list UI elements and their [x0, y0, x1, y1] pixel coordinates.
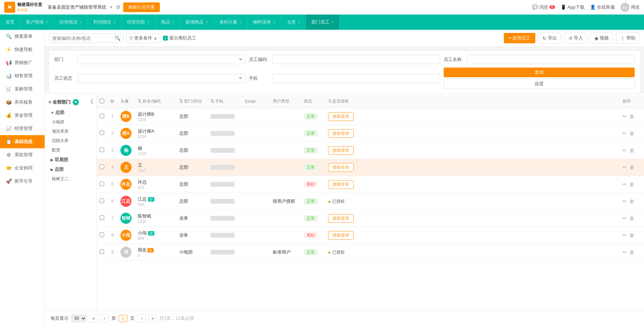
sidebar-item-collab[interactable]: 🤝 企业协同: [0, 161, 45, 175]
sidebar-item-inventory[interactable]: 📦 库存核算: [0, 96, 45, 109]
sidebar-item-basic-info[interactable]: 📋 基础信息: [0, 135, 45, 148]
edit-icon[interactable]: ✏: [623, 232, 627, 238]
auth-login-button[interactable]: 授权登录: [328, 231, 354, 240]
emp-code-input[interactable]: [272, 55, 440, 64]
row-checkbox[interactable]: [100, 131, 104, 135]
edit-icon[interactable]: ✏: [623, 131, 627, 136]
sidebar-item-search[interactable]: 🔍 搜索菜单: [0, 30, 45, 43]
dept-edit-icon[interactable]: ✏: [73, 99, 79, 105]
row-checkbox[interactable]: [100, 232, 104, 237]
dept-item-dispatch[interactable]: 配货: [45, 146, 97, 155]
row-checkbox[interactable]: [100, 148, 104, 152]
tab-history[interactable]: 经营历程×: [121, 15, 155, 30]
auth-login-button[interactable]: 授权登录: [328, 112, 354, 121]
search-box[interactable]: 🔍: [49, 34, 124, 43]
auth-login-button[interactable]: 授权登录: [328, 129, 354, 138]
delete-icon[interactable]: 🗑: [629, 232, 634, 238]
tab-close-icon[interactable]: ×: [273, 20, 275, 24]
tab-new-goods[interactable]: 新增商品×: [180, 15, 214, 30]
next-page-button[interactable]: ›: [137, 314, 146, 323]
help-button[interactable]: ｜ 帮助: [616, 33, 640, 44]
sidebar-item-quick-nav[interactable]: ⚡ 快捷导航: [0, 43, 45, 56]
tab-warehouse[interactable]: 仓库×: [281, 15, 306, 30]
messages-action[interactable]: 💬 消息 5: [532, 4, 555, 10]
edit-icon[interactable]: ✏: [623, 199, 627, 204]
dept-group-general[interactable]: ▼ 总部: [45, 108, 97, 117]
delete-icon[interactable]: 🗑: [629, 249, 634, 255]
tab-close-icon[interactable]: ×: [206, 20, 208, 24]
settings-button[interactable]: 设置: [444, 79, 635, 89]
dept-item-project[interactable]: 项目库房: [45, 127, 97, 136]
row-checkbox[interactable]: [100, 114, 104, 118]
tab-close-icon[interactable]: ×: [298, 20, 300, 24]
show-resigned-toggle[interactable]: ✓ 显示离职员工: [163, 35, 196, 41]
export-button[interactable]: ↻ 导出: [538, 33, 561, 44]
sidebar-item-sales[interactable]: 📊 销售管理: [0, 69, 45, 82]
dept-item-xiao-dian[interactable]: 小电部: [45, 117, 97, 127]
delete-icon[interactable]: 🗑: [629, 199, 634, 204]
user-action[interactable]: Ea 用友: [620, 3, 640, 12]
edit-icon[interactable]: ✏: [623, 114, 627, 119]
online-service-action[interactable]: 👤 在线客服: [590, 4, 615, 10]
tab-close-icon[interactable]: ×: [172, 20, 174, 24]
search-input[interactable]: [52, 36, 115, 41]
sidebar-item-business[interactable]: 📈 经营管理: [0, 122, 45, 135]
tab-close-icon[interactable]: ×: [147, 20, 149, 24]
collapse-icon[interactable]: 《: [88, 98, 93, 106]
tab-profit[interactable]: 利润报告×: [88, 15, 121, 30]
dept-group-zongbu[interactable]: ▶ 总部: [45, 165, 97, 174]
edit-icon[interactable]: ✏: [623, 215, 627, 221]
auth-login-button[interactable]: 授权登录: [328, 163, 354, 172]
per-page-select[interactable]: 50: [71, 315, 87, 322]
tab-close-icon[interactable]: ×: [114, 20, 116, 24]
emp-name-input[interactable]: [467, 55, 635, 64]
app-download-action[interactable]: 📱 App下载: [561, 4, 584, 10]
sidebar-item-guide[interactable]: 🚀 新手引导: [0, 175, 45, 188]
import-button[interactable]: ↺ 导入: [564, 33, 587, 44]
prev-page-button[interactable]: ‹: [100, 314, 109, 323]
view-button[interactable]: ◉ 视频: [590, 33, 613, 44]
dept-group-shuanglu[interactable]: ▶ 双鹿想: [45, 155, 97, 165]
more-filter-btn[interactable]: ▽ 更多条件 ∧: [126, 33, 160, 43]
tab-close-icon[interactable]: ×: [239, 20, 242, 24]
delete-icon[interactable]: 🗑: [629, 148, 634, 153]
delete-icon[interactable]: 🗑: [629, 165, 634, 170]
dept-item-shenyang[interactable]: 沈阳大库: [45, 136, 97, 146]
phone-input[interactable]: [272, 74, 440, 83]
select-all-checkbox[interactable]: [100, 99, 104, 103]
auth-login-button[interactable]: 授权登录: [328, 180, 354, 189]
delete-icon[interactable]: 🗑: [629, 114, 634, 119]
row-checkbox[interactable]: [100, 199, 104, 203]
tab-close-icon[interactable]: ×: [46, 20, 48, 24]
tab-dept-employee[interactable]: 部门员工×: [306, 15, 339, 30]
tab-barcode[interactable]: 条码方案×: [214, 15, 247, 30]
sidebar-item-purchase[interactable]: 🛒 采购管理: [0, 82, 45, 96]
dept-select[interactable]: [78, 55, 245, 64]
last-page-button[interactable]: »: [148, 314, 157, 323]
query-button[interactable]: 查询: [444, 68, 635, 77]
auth-login-button[interactable]: 授权登录: [328, 146, 354, 155]
edit-icon[interactable]: ✏: [623, 182, 627, 187]
dept-item-zhishu[interactable]: 植树王二: [45, 174, 97, 184]
tab-customer[interactable]: 客户联络×: [20, 15, 54, 30]
tab-bom[interactable]: 物料清单×: [247, 15, 281, 30]
auth-login-button[interactable]: 授权登录: [328, 214, 354, 223]
trial-button[interactable]: 体验行业方案: [123, 2, 160, 12]
delete-icon[interactable]: 🗑: [629, 131, 634, 136]
settings-icon[interactable]: ⚙: [116, 4, 120, 10]
tab-close-icon[interactable]: ×: [332, 20, 334, 24]
first-page-button[interactable]: «: [89, 314, 98, 323]
tab-home[interactable]: 首页: [0, 15, 20, 30]
delete-icon[interactable]: 🗑: [629, 182, 634, 187]
row-checkbox[interactable]: [100, 249, 104, 254]
add-employee-button[interactable]: + 新增员工: [504, 33, 535, 43]
tab-goods[interactable]: 商品×: [155, 15, 180, 30]
emp-status-select[interactable]: [78, 74, 245, 83]
row-checkbox[interactable]: [100, 182, 104, 186]
edit-icon[interactable]: ✏: [623, 148, 627, 153]
sidebar-item-marketing[interactable]: 📢 营销推广: [0, 56, 45, 69]
delete-icon[interactable]: 🗑: [629, 215, 634, 221]
sidebar-item-finance[interactable]: 💰 资金管理: [0, 109, 45, 122]
sidebar-item-system[interactable]: ⚙ 系统管理: [0, 148, 45, 161]
dropdown-arrow-icon[interactable]: ▼: [109, 5, 113, 10]
